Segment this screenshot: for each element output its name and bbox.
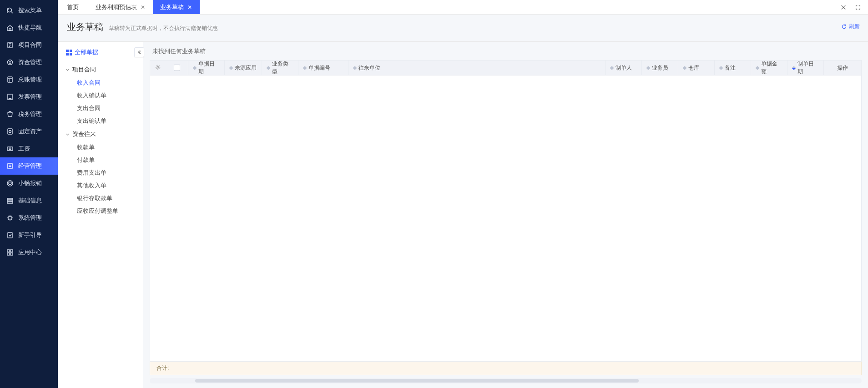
- sidebar-item-contract[interactable]: 项目合同: [0, 36, 58, 54]
- tab-label: 首页: [67, 3, 79, 11]
- column-ops: 操作: [824, 60, 861, 75]
- filter-item-0-1[interactable]: 收入确认单: [63, 89, 139, 102]
- sort-icon[interactable]: [193, 66, 197, 70]
- sidebar: 搜索菜单快捷导航项目合同资金管理总账管理发票管理税务管理固定资产工资经营管理小畅…: [0, 0, 58, 388]
- sidebar-item-base[interactable]: 基础信息: [0, 192, 58, 209]
- filter-item-0-3[interactable]: 支出确认单: [63, 115, 139, 127]
- column-amt[interactable]: 单据金额: [751, 60, 787, 75]
- svg-rect-11: [8, 77, 12, 82]
- close-icon[interactable]: ✕: [187, 4, 192, 10]
- empty-message: 未找到任何业务草稿: [150, 47, 862, 60]
- column-note[interactable]: 备注: [715, 60, 751, 75]
- column-maker[interactable]: 制单人: [606, 60, 642, 75]
- gear-icon[interactable]: [155, 64, 161, 72]
- tab-2[interactable]: 业务草稿✕: [153, 0, 200, 14]
- svg-rect-27: [8, 232, 12, 238]
- expense-icon: [6, 180, 14, 187]
- sidebar-item-apps[interactable]: 应用中心: [0, 244, 58, 261]
- sidebar-item-home[interactable]: 快捷导航: [0, 19, 58, 36]
- filter-group-0[interactable]: 项目合同: [63, 63, 139, 76]
- sidebar-item-biz[interactable]: 经营管理: [0, 157, 58, 175]
- filter-item-0-2[interactable]: 支出合同: [63, 102, 139, 115]
- svg-point-16: [9, 131, 11, 133]
- sidebar-item-label: 总账管理: [18, 76, 42, 84]
- collapse-filter-button[interactable]: [134, 47, 144, 57]
- filter-all-docs[interactable]: 全部单据: [63, 48, 139, 56]
- page-title: 业务草稿: [67, 21, 103, 33]
- column-label: 往来单位: [358, 64, 380, 72]
- column-src[interactable]: 来源应用: [225, 60, 262, 75]
- column-mdate[interactable]: 制单日期: [787, 60, 824, 75]
- column-sales[interactable]: 业务员: [642, 60, 678, 75]
- filter-group-label: 项目合同: [72, 66, 96, 74]
- sort-icon[interactable]: [646, 66, 650, 70]
- scrollbar-thumb[interactable]: [195, 379, 639, 383]
- filter-item-1-3[interactable]: 其他收入单: [63, 179, 139, 192]
- svg-line-1: [11, 11, 13, 13]
- sidebar-item-expense[interactable]: 小畅报销: [0, 175, 58, 192]
- filter-item-1-5[interactable]: 应收应付调整单: [63, 205, 139, 217]
- column-label: 单据编号: [308, 64, 330, 72]
- sidebar-item-label: 税务管理: [18, 110, 42, 118]
- sort-icon[interactable]: [756, 66, 759, 70]
- sidebar-item-ledger[interactable]: 总账管理: [0, 71, 58, 88]
- sidebar-item-asset[interactable]: 固定资产: [0, 123, 58, 140]
- sort-icon[interactable]: [267, 66, 270, 70]
- totals-row: 合计:: [150, 362, 862, 375]
- sidebar-item-search[interactable]: 搜索菜单: [0, 2, 58, 19]
- sort-icon[interactable]: [683, 66, 686, 70]
- sort-icon[interactable]: [353, 66, 357, 70]
- sidebar-item-system[interactable]: 系统管理: [0, 209, 58, 227]
- filter-group-1[interactable]: 资金往来: [63, 127, 139, 141]
- sidebar-item-guide[interactable]: 新手引导: [0, 227, 58, 244]
- sort-icon[interactable]: [719, 66, 723, 70]
- tab-0[interactable]: 首页: [58, 0, 88, 14]
- sidebar-item-invoice[interactable]: 发票管理: [0, 88, 58, 106]
- column-check[interactable]: [169, 60, 188, 75]
- filter-item-1-1[interactable]: 付款单: [63, 154, 139, 166]
- tab-label: 业务利润预估表: [96, 3, 137, 11]
- sidebar-item-salary[interactable]: 工资: [0, 140, 58, 157]
- column-label: 来源应用: [235, 64, 257, 72]
- tab-label: 业务草稿: [160, 3, 184, 11]
- horizontal-scrollbar[interactable]: [150, 378, 862, 383]
- close-icon[interactable]: ✕: [141, 4, 145, 10]
- svg-rect-25: [7, 202, 13, 203]
- filter-item-0-0[interactable]: 收入合同: [63, 76, 139, 89]
- tab-1[interactable]: 业务利润预估表✕: [88, 0, 153, 14]
- column-date[interactable]: 单据日期: [188, 60, 225, 75]
- filter-item-1-4[interactable]: 银行存取款单: [63, 192, 139, 205]
- svg-rect-29: [10, 250, 13, 252]
- filter-item-1-2[interactable]: 费用支出单: [63, 166, 139, 179]
- tax-icon: [6, 111, 14, 118]
- column-biztype[interactable]: 业务类型: [262, 60, 298, 75]
- column-gear[interactable]: [150, 60, 169, 75]
- system-icon: [6, 214, 14, 222]
- column-label: 业务员: [652, 64, 668, 72]
- table-body: [150, 76, 862, 362]
- svg-point-26: [9, 217, 11, 219]
- sort-icon[interactable]: [792, 66, 796, 70]
- sidebar-item-tax[interactable]: 税务管理: [0, 106, 58, 123]
- page-subtitle: 草稿转为正式单据时，不会执行满赠促销优惠: [109, 25, 218, 32]
- ledger-icon: [6, 76, 14, 83]
- column-wh[interactable]: 仓库: [678, 60, 715, 75]
- close-all-button[interactable]: [838, 2, 849, 13]
- sort-icon[interactable]: [303, 66, 307, 70]
- select-all-checkbox[interactable]: [174, 65, 180, 71]
- sidebar-item-fund[interactable]: 资金管理: [0, 54, 58, 71]
- fullscreen-button[interactable]: [853, 2, 863, 13]
- svg-rect-19: [8, 163, 12, 169]
- svg-point-34: [157, 66, 159, 68]
- column-label: 单据日期: [198, 60, 220, 76]
- column-party[interactable]: 往来单位: [348, 60, 606, 75]
- filter-item-1-0[interactable]: 收款单: [63, 141, 139, 154]
- sort-icon[interactable]: [610, 66, 614, 70]
- fund-icon: [6, 59, 14, 66]
- invoice-icon: [6, 93, 14, 101]
- sort-icon[interactable]: [229, 66, 233, 70]
- refresh-button[interactable]: 刷新: [841, 23, 860, 30]
- column-num[interactable]: 单据编号: [298, 60, 348, 75]
- asset-icon: [6, 128, 14, 135]
- svg-rect-31: [10, 253, 13, 255]
